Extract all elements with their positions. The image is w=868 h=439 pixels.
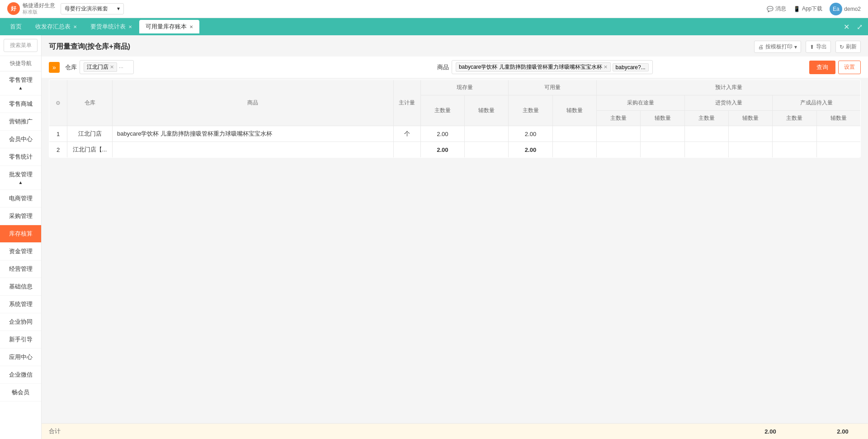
settings-btn[interactable]: 设置: [838, 61, 861, 74]
row2-stock-main: 2.00: [420, 142, 464, 158]
row2-available-sub: [552, 142, 596, 158]
sidebar-item-guide[interactable]: 新手引导: [0, 331, 41, 349]
tab-close-receive[interactable]: ✕: [73, 24, 77, 29]
close-all-tabs-btn[interactable]: ✕: [842, 21, 851, 33]
product-filter-input[interactable]: babycare学饮杯 儿童防摔防撞吸管杯重力球吸嘴杯宝宝水杯 ✕ babyca…: [452, 60, 653, 74]
tab-receive[interactable]: 收发存汇总表 ✕: [29, 20, 83, 33]
filter-product-group: 商品 babycare学饮杯 儿童防摔防撞吸管杯重力球吸嘴杯宝宝水杯 ✕ bab…: [437, 60, 804, 74]
sidebar-item-label: 基础信息: [9, 283, 33, 291]
sidebar-item-member2[interactable]: 畅会员: [0, 384, 41, 401]
sidebar-item-wechat[interactable]: 企业微信: [0, 366, 41, 384]
export-btn[interactable]: ⬆ 导出: [806, 41, 831, 53]
sidebar-search-area: 搜索菜单: [0, 35, 41, 56]
query-btn[interactable]: 查询: [809, 61, 835, 74]
warehouse-tag-close[interactable]: ✕: [110, 64, 114, 70]
tab-home[interactable]: 首页: [4, 20, 28, 33]
table-row: 1 江北门店 babycare学饮杯 儿童防摔防撞吸管杯重力球吸嘴杯宝宝水杯 个…: [49, 126, 861, 142]
sidebar-item-label: 畅会员: [12, 388, 29, 397]
sidebar-item-purchase[interactable]: 采购管理: [0, 208, 41, 225]
logo-text-area: 畅捷通好生意 标准版: [23, 2, 55, 15]
page-actions: 🖨 按模板打印 ▾ ⬆ 导出 ↻ 刷新: [754, 41, 861, 53]
row2-warehouse: 江北门店【...: [67, 142, 113, 158]
row2-purchase-main: [597, 142, 641, 158]
row1-warehouse: 江北门店: [67, 126, 113, 142]
sidebar-item-system[interactable]: 系统管理: [0, 296, 41, 313]
filter-toggle-btn[interactable]: »: [49, 62, 60, 73]
print-btn[interactable]: 🖨 按模板打印 ▾: [754, 41, 801, 53]
filter-dots[interactable]: ···: [119, 64, 123, 71]
sidebar-item-label: 营销推广: [9, 118, 33, 126]
th-purchase-group: 采购在途量: [597, 95, 685, 111]
sidebar-item-retail-mall[interactable]: 零售商城: [0, 95, 41, 113]
search-menu-btn[interactable]: 搜索菜单: [4, 39, 38, 52]
product-tag1-close[interactable]: ✕: [604, 64, 608, 70]
sidebar-item-label: 系统管理: [9, 300, 33, 308]
sidebar-item-ecommerce[interactable]: 电商管理: [0, 190, 41, 208]
tab-available[interactable]: 可用量库存账本 ✕: [139, 20, 199, 33]
th-incoming-main: 主数量: [684, 111, 728, 126]
th-product: 商品: [113, 80, 394, 126]
sidebar-item-retail-stats[interactable]: 零售统计: [0, 148, 41, 166]
row2-incoming-sub: [729, 142, 773, 158]
main-layout: 搜索菜单 快捷导航 零售管理 ▲ 零售商城 营销推广 会员中心 零售统计 批发管…: [0, 35, 868, 439]
settings-icon[interactable]: ⚙: [56, 100, 61, 106]
page-title: 可用量查询(按仓库+商品): [49, 42, 130, 52]
sidebar-item-label: 新手引导: [9, 335, 33, 344]
sidebar-item-retail-mgmt[interactable]: 零售管理 ▲: [0, 71, 41, 95]
sidebar-item-label: 批发管理: [9, 170, 33, 179]
footer-available-main: 2.00: [825, 428, 861, 435]
tab-close-available[interactable]: ✕: [189, 24, 193, 29]
top-bar-right: 💬 消息 📱 App下载 Ea demo2: [767, 3, 861, 15]
row2-num: 2: [49, 142, 67, 158]
chevron-icon: ▲: [19, 180, 23, 185]
th-available-main: 主数量: [509, 95, 552, 126]
page-header: 可用量查询(按仓库+商品) 🖨 按模板打印 ▾ ⬆ 导出 ↻ 刷新: [42, 35, 868, 57]
sidebar-item-label: 资金管理: [9, 247, 33, 255]
row2-stock-sub: [465, 142, 509, 158]
industry-select[interactable]: 母婴行业演示账套 ▾: [61, 3, 124, 14]
th-stock-main: 主数量: [420, 95, 464, 126]
tab-bar-right: ✕ ⤢: [842, 21, 864, 33]
refresh-btn[interactable]: ↻ 刷新: [835, 41, 861, 53]
warehouse-filter-input[interactable]: 江北门店 ✕ ···: [80, 60, 134, 74]
sidebar-item-marketing[interactable]: 营销推广: [0, 113, 41, 131]
th-incoming-group: 进货待入量: [684, 95, 773, 111]
sidebar-item-label: 企业微信: [9, 371, 33, 379]
table-footer: 合计 2.00 2.00: [42, 423, 868, 439]
tab-bar: 首页 收发存汇总表 ✕ 要货单统计表 ✕ 可用量库存账本 ✕ ✕ ⤢: [0, 18, 868, 35]
warehouse-filter-label: 仓库: [65, 63, 77, 71]
th-available-sub: 辅数量: [552, 95, 596, 126]
sidebar-item-wholesale-mgmt[interactable]: 批发管理 ▲: [0, 166, 41, 190]
product-filter-label: 商品: [437, 63, 449, 71]
row1-purchase-main: [597, 126, 641, 142]
row2-unit: [393, 142, 420, 158]
content-area: 可用量查询(按仓库+商品) 🖨 按模板打印 ▾ ⬆ 导出 ↻ 刷新 »: [42, 35, 868, 439]
row1-unit: 个: [393, 126, 420, 142]
sidebar-item-enterprise[interactable]: 企业协同: [0, 313, 41, 331]
sidebar-item-label: 采购管理: [9, 212, 33, 220]
sidebar-item-inventory[interactable]: 库存核算: [0, 225, 41, 243]
sidebar-item-label: 企业协同: [9, 318, 33, 326]
message-action[interactable]: 💬 消息: [767, 5, 786, 13]
th-purchase-sub: 辅数量: [641, 111, 684, 126]
th-production-main: 主数量: [773, 111, 816, 126]
sidebar-item-operation[interactable]: 经营管理: [0, 260, 41, 278]
sidebar-item-label: 应用中心: [9, 353, 33, 361]
user-action[interactable]: Ea demo2: [830, 3, 861, 15]
quick-nav-btn[interactable]: 快捷导航: [0, 56, 41, 71]
logo-icon: 好: [7, 2, 20, 15]
chevron-icon: ▲: [19, 85, 23, 90]
th-settings: ⚙: [49, 80, 67, 126]
app-download-action[interactable]: 📱 App下载: [793, 5, 822, 13]
sidebar-item-member[interactable]: 会员中心: [0, 131, 41, 148]
tab-close-order[interactable]: ✕: [128, 24, 132, 29]
expand-btn[interactable]: ⤢: [855, 21, 864, 33]
sidebar-item-basic[interactable]: 基础信息: [0, 278, 41, 296]
sidebar-item-appstore[interactable]: 应用中心: [0, 349, 41, 366]
row1-available-sub: [552, 126, 596, 142]
row2-product: [113, 142, 394, 158]
sidebar-item-finance[interactable]: 资金管理: [0, 243, 41, 260]
table-container[interactable]: ⚙ 仓库 商品 主计量 现存量 可用量 预计入库量 主数量 辅数量 主数量 辅数…: [42, 80, 868, 423]
tab-order[interactable]: 要货单统计表 ✕: [84, 20, 138, 33]
product-tag-1: babycare学饮杯 儿童防摔防撞吸管杯重力球吸嘴杯宝宝水杯 ✕: [456, 62, 611, 72]
